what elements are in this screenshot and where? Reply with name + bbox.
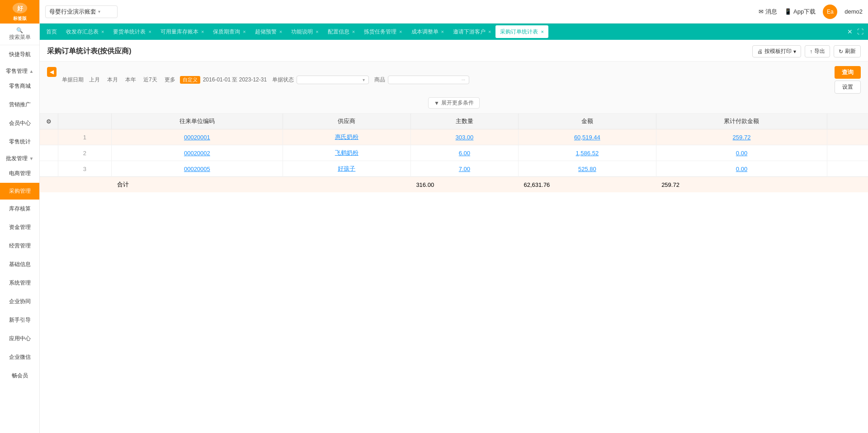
sidebar-item-search[interactable]: 🔍 搜索菜单 — [0, 24, 39, 45]
th-index — [58, 114, 112, 129]
tab-close-icon[interactable]: × — [101, 29, 104, 34]
tab-close-icon[interactable]: × — [441, 29, 444, 34]
table-footer-row: 合计 316.00 62,631.76 259.72 — [40, 177, 868, 193]
row-amount[interactable]: 60,519.44 — [519, 129, 656, 145]
sidebar-item-enterprise[interactable]: 企业协同 — [2, 293, 38, 310]
goods-input-more-icon[interactable]: ··· — [462, 77, 465, 82]
sidebar-item-app-center[interactable]: 应用中心 — [2, 330, 38, 347]
row-paid-amount[interactable]: 259.72 — [656, 129, 827, 145]
th-settings[interactable]: ⚙ — [40, 114, 58, 129]
sidebar-item-operation[interactable]: 经营管理 — [2, 238, 38, 254]
row-supplier-name[interactable]: 惠氏奶粉 — [283, 129, 410, 145]
sidebar-item-label: 基础信息 — [9, 261, 31, 267]
row-amount[interactable]: 525.80 — [519, 161, 656, 177]
message-button[interactable]: ✉ 消息 — [759, 8, 777, 16]
sidebar-item-label: 电商管理 — [9, 170, 31, 176]
tab-purchase-stat[interactable]: 采购订单统计表 × — [495, 25, 548, 38]
sidebar-item-system[interactable]: 系统管理 — [2, 275, 38, 291]
sidebar-item-retail[interactable]: 零售管理 ▲ — [0, 64, 39, 77]
row-quantity[interactable]: 303.00 — [410, 129, 518, 145]
tab-pick-task[interactable]: 拣货任务管理 × — [359, 25, 406, 38]
tab-close-icon[interactable]: × — [352, 29, 355, 34]
template-print-button[interactable]: 🖨 按模板打印 ▾ — [752, 45, 801, 57]
retail-arrow: ▲ — [29, 69, 34, 74]
row-amount[interactable]: 1,586.52 — [519, 145, 656, 161]
date-shortcut-this-year[interactable]: 本年 — [123, 75, 139, 85]
tab-config[interactable]: 配置信息 × — [323, 25, 359, 38]
tab-available-stock[interactable]: 可用量库存账本 × — [156, 25, 208, 38]
tab-close-icon[interactable]: × — [399, 29, 402, 34]
sidebar-item-marketing[interactable]: 营销推广 — [2, 96, 38, 113]
sidebar-item-vip[interactable]: 畅会员 — [2, 367, 38, 384]
goods-filter-label: 商品 — [374, 76, 385, 84]
sidebar-item-ecommerce[interactable]: 电商管理 — [2, 165, 38, 182]
tab-function-desc[interactable]: 功能说明 × — [287, 25, 323, 38]
sidebar-item-wholesale[interactable]: 批发管理 ▼ — [0, 151, 39, 164]
row-paid-amount[interactable]: 0.00 — [656, 161, 827, 177]
tab-cost-adjust[interactable]: 成本调整单 × — [407, 25, 448, 38]
footer-paid-cell: 259.72 — [656, 177, 827, 193]
tab-label: 配置信息 — [328, 28, 349, 36]
filter-settings-button[interactable]: 设置 — [835, 81, 861, 94]
tab-requisition[interactable]: 要货单统计表 × — [108, 25, 156, 38]
row-paid-amount[interactable]: 0.00 — [656, 145, 827, 161]
sidebar-item-basic[interactable]: 基础信息 — [2, 256, 38, 273]
tab-close-icon[interactable]: × — [148, 29, 151, 34]
wholesale-label: 批发管理 — [6, 155, 28, 162]
date-shortcut-more[interactable]: 更多 — [162, 75, 178, 85]
row-quantity[interactable]: 7.00 — [410, 161, 518, 177]
query-button[interactable]: 查询 — [835, 66, 861, 79]
tab-close-icon[interactable]: × — [316, 29, 318, 34]
app-download-button[interactable]: 📱 App下载 — [784, 8, 816, 16]
sidebar-item-retail-stat[interactable]: 零售统计 — [2, 133, 38, 150]
tab-close-icon[interactable]: × — [279, 29, 282, 34]
date-shortcut-7days[interactable]: 近7天 — [141, 75, 160, 85]
filter-collapse-button[interactable]: ◀ — [47, 67, 57, 77]
refresh-button[interactable]: ↻ 刷新 — [834, 45, 861, 57]
tab-close-icon[interactable]: × — [243, 29, 245, 34]
template-print-label: 按模板打印 — [764, 48, 792, 55]
export-label: 导出 — [814, 48, 825, 55]
row-supplier-code[interactable]: 00020001 — [112, 129, 283, 145]
tabbar-close-all-icon[interactable]: ✕ — [846, 27, 854, 36]
tab-close-icon[interactable]: × — [541, 29, 543, 34]
svg-text:好: 好 — [16, 5, 23, 12]
filter-area: ◀ 单据日期 上月 本月 本年 近7天 更多 自定义 2016-01-01 至 … — [40, 62, 868, 114]
tab-warranty[interactable]: 保质期查询 × — [208, 25, 250, 38]
tab-home[interactable]: 首页 — [42, 25, 61, 38]
tab-collect-send[interactable]: 收发存汇总表 × — [61, 25, 108, 38]
tab-overstock[interactable]: 超储预警 × — [250, 25, 287, 38]
sidebar-item-wechat[interactable]: 企业微信 — [2, 349, 38, 366]
tab-invite-customer[interactable]: 邀请下游客户 × — [448, 25, 495, 38]
table-area: ⚙ 往来单位编码 供应商 主数量 金额 累计付款金额 1 00020001 惠氏… — [40, 114, 868, 433]
sidebar-item-finance[interactable]: 资金管理 — [2, 219, 38, 236]
row-quantity[interactable]: 6.00 — [410, 145, 518, 161]
row-supplier-code[interactable]: 00020002 — [112, 145, 283, 161]
date-custom-badge[interactable]: 自定义 — [180, 76, 200, 84]
sidebar-item-retail-mall[interactable]: 零售商城 — [2, 78, 38, 95]
workspace-selector[interactable]: 母婴行业演示账套 ▾ — [45, 5, 118, 18]
row-supplier-name[interactable]: 飞鹤奶粉 — [283, 145, 410, 161]
sidebar-item-purchase[interactable]: 采购管理 — [0, 183, 39, 200]
footer-supplier-cell — [283, 177, 410, 193]
sidebar-item-quick-nav[interactable]: 快捷导航 — [2, 46, 38, 63]
sidebar-item-member[interactable]: 会员中心 — [2, 115, 38, 132]
status-select[interactable]: ▾ — [297, 76, 369, 84]
expand-more-button[interactable]: ▼ 展开更多条件 — [428, 97, 480, 109]
sidebar: 好 标签版 🔍 搜索菜单 快捷导航 零售管理 ▲ 零售商城 营销推广 会员中心 … — [0, 0, 40, 433]
date-shortcut-last-month[interactable]: 上月 — [86, 75, 103, 85]
goods-input[interactable]: ··· — [388, 76, 469, 84]
tab-close-icon[interactable]: × — [201, 29, 204, 34]
tab-close-icon[interactable]: × — [488, 29, 491, 34]
date-shortcut-this-month[interactable]: 本月 — [104, 75, 121, 85]
export-button[interactable]: ↑ 导出 — [805, 45, 830, 57]
user-avatar[interactable]: Ea — [823, 5, 837, 19]
sidebar-item-newbie[interactable]: 新手引导 — [2, 312, 38, 328]
tab-label: 收发存汇总表 — [66, 28, 99, 36]
tabbar-maximize-icon[interactable]: ⛶ — [856, 27, 864, 36]
date-filter-label: 单据日期 — [62, 76, 84, 84]
row-supplier-name[interactable]: 好孩子 — [283, 161, 410, 177]
row-supplier-code[interactable]: 00020005 — [112, 161, 283, 177]
user-name[interactable]: demo2 — [844, 8, 863, 15]
sidebar-item-inventory[interactable]: 库存核算 — [2, 200, 38, 217]
